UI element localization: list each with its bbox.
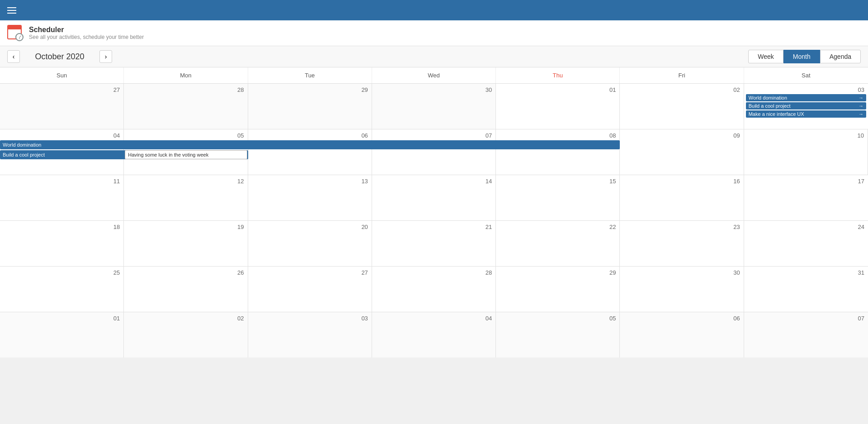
day-nov04[interactable]: 04 [372,312,496,357]
span-world-domination-w2[interactable]: World domination [0,140,620,149]
day-oct15[interactable]: 15 [496,175,620,220]
day-oct17[interactable]: 17 [744,175,868,220]
day-oct18[interactable]: 18 [0,221,124,266]
day-oct22[interactable]: 22 [496,221,620,266]
header-mon: Mon [124,67,248,83]
calendar-week-6: 01 02 03 04 05 06 07 [0,312,868,357]
hamburger-menu[interactable] [7,7,16,14]
day-oct20[interactable]: 20 [248,221,372,266]
day-oct21[interactable]: 21 [372,221,496,266]
day-oct31[interactable]: 31 [744,267,868,312]
header-thu: Thu [496,67,620,83]
topbar [0,0,868,20]
calendar-nav: ‹ October 2020 › [7,50,112,63]
day-oct06[interactable]: 06 [248,129,372,175]
header-sat: Sat [744,67,868,83]
day-nov07[interactable]: 07 [744,312,868,357]
day-sep29[interactable]: 29 [248,84,372,129]
day-oct12[interactable]: 12 [124,175,248,220]
month-label: October 2020 [24,52,96,62]
day-oct03[interactable]: 03 World domination → Build a cool proje… [744,84,868,129]
agenda-view-button[interactable]: Agenda [820,50,861,63]
day-nov06[interactable]: 06 [620,312,744,357]
next-month-button[interactable]: › [99,50,112,63]
app-header: Scheduler See all your activities, sched… [0,20,868,46]
day-oct24[interactable]: 24 [744,221,868,266]
day-oct30[interactable]: 30 [620,267,744,312]
day-oct26[interactable]: 26 [124,267,248,312]
day-oct08[interactable]: 08 [496,129,620,175]
header-fri: Fri [620,67,744,83]
week-view-button[interactable]: Week [748,50,783,63]
calendar: Sun Mon Tue Wed Thu Fri Sat 27 28 29 30 … [0,67,868,357]
calendar-toolbar: ‹ October 2020 › Week Month Agenda [0,46,868,67]
day-oct25[interactable]: 25 [0,267,124,312]
month-view-button[interactable]: Month [783,50,820,63]
day-nov01[interactable]: 01 [0,312,124,357]
event-make-nice-w1[interactable]: Make a nice interface UX → [746,110,866,118]
day-oct07[interactable]: 07 [372,129,496,175]
header-tue: Tue [248,67,372,83]
day-nov03[interactable]: 03 [248,312,372,357]
app-title: Scheduler [29,26,144,34]
day-oct27[interactable]: 27 [248,267,372,312]
day-oct11[interactable]: 11 [0,175,124,220]
day-oct29[interactable]: 29 [496,267,620,312]
header-sun: Sun [0,67,124,83]
calendar-header-row: Sun Mon Tue Wed Thu Fri Sat [0,67,868,84]
calendar-week-4: 18 19 20 21 22 23 24 [0,221,868,267]
calendar-grid: 27 28 29 30 01 02 03 World domination → … [0,84,868,357]
app-subtitle: See all your activities, schedule your t… [29,34,144,40]
event-world-domination-w1[interactable]: World domination → [746,94,866,101]
calendar-week-2: 04 05 06 07 08 09 10 World domination Bu… [0,129,868,175]
day-oct10[interactable]: 10 [744,129,868,175]
day-oct14[interactable]: 14 [372,175,496,220]
day-oct01[interactable]: 01 [496,84,620,129]
day-oct13[interactable]: 13 [248,175,372,220]
span-having-luck-w2[interactable]: Having some luck in the voting week [125,150,247,159]
prev-month-button[interactable]: ‹ [7,50,20,63]
header-wed: Wed [372,67,496,83]
day-sep28[interactable]: 28 [124,84,248,129]
calendar-week-1: 27 28 29 30 01 02 03 World domination → … [0,84,868,129]
event-build-cool-w1[interactable]: Build a cool project → [746,102,866,110]
day-nov05[interactable]: 05 [496,312,620,357]
day-oct23[interactable]: 23 [620,221,744,266]
day-oct16[interactable]: 16 [620,175,744,220]
app-title-group: Scheduler See all your activities, sched… [29,26,144,40]
calendar-week-3: 11 12 13 14 15 16 17 [0,175,868,221]
day-oct28[interactable]: 28 [372,267,496,312]
day-oct09[interactable]: 09 [620,129,744,175]
day-sep30[interactable]: 30 [372,84,496,129]
day-oct19[interactable]: 19 [124,221,248,266]
day-oct02[interactable]: 02 [620,84,744,129]
calendar-week-5: 25 26 27 28 29 30 31 [0,267,868,312]
day-nov02[interactable]: 02 [124,312,248,357]
view-buttons: Week Month Agenda [748,50,861,63]
app-icon [7,25,24,41]
day-sep27[interactable]: 27 [0,84,124,129]
